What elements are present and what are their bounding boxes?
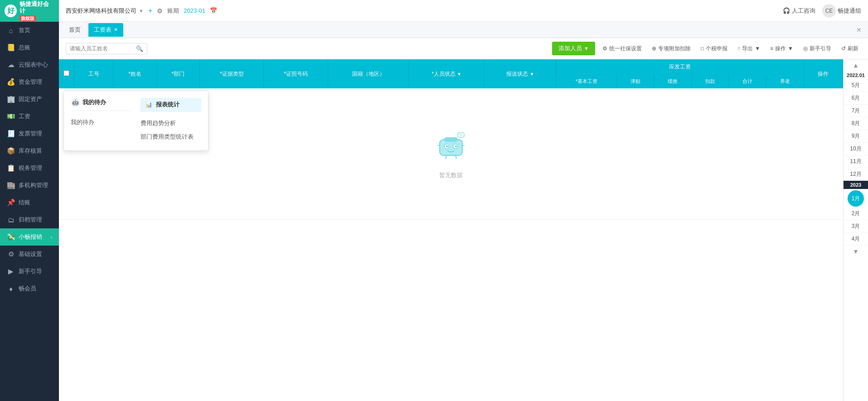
search-box[interactable]: 🔍 — [66, 43, 147, 54]
cal-month-10[interactable]: 10月 — [844, 143, 868, 155]
dropdown-dept-expense-item[interactable]: 部门费用类型统计表 — [141, 130, 201, 144]
select-all-checkbox[interactable] — [63, 70, 69, 76]
social-insurance-btn[interactable]: ⚙ 统一社保设置 — [600, 43, 645, 54]
guide-btn[interactable]: ◎ 新手引导 — [800, 43, 834, 54]
member-icon: ♦ — [7, 285, 15, 293]
tab-salary[interactable]: 工资表 ✕ — [88, 23, 123, 37]
fund-icon: 💰 — [7, 78, 15, 86]
ledger-icon: 📒 — [7, 43, 15, 52]
th-bonus: 绩效 — [654, 74, 692, 88]
period-label: 账期 — [167, 7, 179, 15]
cal-year-2022: 2022.01 — [844, 71, 868, 79]
svg-point-4 — [446, 145, 448, 147]
period-value[interactable]: 2023-01 — [184, 7, 205, 14]
cal-month-11[interactable]: 11月 — [844, 155, 868, 168]
empty-state-icon: ?! — [433, 128, 469, 164]
tax-icon: 📋 — [7, 164, 15, 172]
header-actions: 🎧 人工咨询 CE 畅捷通组 — [783, 4, 861, 18]
cal-month-2023-2[interactable]: 2月 — [844, 208, 868, 220]
sidebar-item-invoice[interactable]: 🧾 发票管理 — [0, 125, 59, 142]
dropdown-col-my-todos: 🤖 我的待办 我的待办 — [71, 98, 131, 144]
avatar: CE — [822, 4, 836, 18]
sidebar-item-inventory[interactable]: 📦 库存核算 — [0, 142, 59, 159]
sidebar-item-archive[interactable]: 🗂 归档管理 — [0, 211, 59, 228]
cal-nav-up[interactable]: ▲ — [844, 59, 868, 71]
dropdown-col2-title[interactable]: 📊 报表统计 — [141, 98, 201, 112]
cal-year-2023: 2023 — [844, 181, 868, 189]
export-icon: ↑ — [737, 45, 740, 52]
svg-rect-1 — [444, 137, 458, 142]
close-area: ✕ — [854, 25, 863, 34]
cal-nav-down[interactable]: ▼ — [844, 246, 868, 257]
svg-rect-0 — [440, 140, 462, 155]
user-profile[interactable]: CE 畅捷通组 — [822, 4, 861, 18]
settings-icon: ⚙ — [7, 250, 15, 258]
sidebar-item-basic-settings[interactable]: ⚙ 基础设置 — [0, 246, 59, 263]
sidebar-item-home[interactable]: ⌂ 首页 — [0, 22, 59, 39]
guide-icon: ◎ — [803, 45, 808, 52]
sidebar-item-general-ledger[interactable]: 📒 总账 — [0, 39, 59, 56]
sidebar-item-member[interactable]: ♦ 畅会员 — [0, 280, 59, 297]
sidebar-item-fund[interactable]: 💰 资金管理 — [0, 73, 59, 91]
add-person-btn[interactable]: 添加人员 ▼ — [552, 42, 595, 55]
th-id-type: *证据类型 — [200, 59, 264, 88]
th-total: 合计 — [729, 74, 766, 88]
tax-report-btn[interactable]: □ 个税申报 — [698, 43, 730, 54]
todo-icon: 🤖 — [71, 98, 80, 107]
svg-line-8 — [446, 155, 446, 159]
calendar-icon[interactable]: 📅 — [210, 7, 217, 14]
company-selector[interactable]: 西安虾米网络科技有限公司 ▼ — [66, 7, 144, 15]
refresh-btn[interactable]: ↺ 刷新 — [839, 43, 861, 54]
cal-month-6[interactable]: 6月 — [844, 92, 868, 105]
top-header: 西安虾米网络科技有限公司 ▼ + ⚙ 账期 2023-01 📅 🎧 人工咨询 C… — [59, 0, 868, 22]
service-btn[interactable]: 🎧 人工咨询 — [783, 7, 815, 15]
filter-icon[interactable]: ▼ — [457, 72, 461, 77]
sidebar-item-fixed-assets[interactable]: 🏢 固定资产 — [0, 91, 59, 108]
sidebar-item-cloud-report[interactable]: ☁ 云报表中心 — [0, 56, 59, 73]
th-number: 工号 — [74, 59, 113, 88]
th-name: *姓名 — [113, 59, 156, 88]
cal-month-7[interactable]: 7月 — [844, 105, 868, 117]
sidebar-item-salary[interactable]: 💵 工资 — [0, 108, 59, 125]
tab-close-icon[interactable]: ✕ — [114, 27, 118, 33]
export-dropdown-icon: ▼ — [755, 45, 760, 52]
archive-icon: 🗂 — [7, 216, 15, 224]
company-name: 西安虾米网络科技有限公司 — [66, 7, 136, 15]
search-input[interactable] — [70, 45, 134, 52]
sidebar-item-new-guide[interactable]: ▶ 新手引导 — [0, 263, 59, 280]
special-deduction-btn[interactable]: ⊕ 专项附加扣除 — [649, 43, 693, 54]
th-checkbox[interactable] — [59, 59, 74, 88]
calendar-panel: ▲ 2022.01 5月 6月 7月 8月 9月 10月 11月 12月 202… — [843, 59, 868, 401]
sidebar-item-multi-org[interactable]: 🏬 多机构管理 — [0, 177, 59, 194]
cal-month-2023-4[interactable]: 4月 — [844, 233, 868, 246]
cal-month-2023-3[interactable]: 3月 — [844, 220, 868, 233]
settings-btn[interactable]: ⚙ — [157, 7, 163, 14]
tab-salary-label: 工资表 — [94, 26, 112, 34]
dropdown-cols: 🤖 我的待办 我的待办 📊 报表统计 费用趋势分析 部门费用类型统计表 — [71, 98, 201, 144]
toolbar-right: 添加人员 ▼ ⚙ 统一社保设置 ⊕ 专项附加扣除 □ 个税申报 ↑ 导出 ▼ ≡ — [552, 42, 861, 55]
dropdown-expense-trend-item[interactable]: 费用趋势分析 — [141, 116, 201, 130]
main-area: 西安虾米网络科技有限公司 ▼ + ⚙ 账期 2023-01 📅 🎧 人工咨询 C… — [59, 0, 868, 401]
sidebar-item-tax[interactable]: 📋 税务管理 — [0, 159, 59, 177]
cal-month-8[interactable]: 8月 — [844, 117, 868, 130]
cal-month-12[interactable]: 12月 — [844, 168, 868, 181]
operations-btn[interactable]: ≡ 操作 ▼ — [767, 43, 796, 54]
chevron-down-icon: ▼ — [139, 8, 144, 14]
sidebar-item-close[interactable]: 📌 结账 — [0, 194, 59, 211]
cal-month-2023-1[interactable]: 1月 — [848, 190, 864, 207]
th-send-status[interactable]: 报送状态 ▼ — [485, 59, 557, 88]
operations-icon: ≡ — [770, 45, 773, 52]
export-btn[interactable]: ↑ 导出 ▼ — [735, 43, 763, 54]
send-filter-icon[interactable]: ▼ — [529, 72, 534, 77]
dropdown-my-todos-item[interactable]: 我的待办 — [71, 116, 131, 129]
chart-icon: 📊 — [144, 100, 153, 109]
close-window-btn[interactable]: ✕ — [854, 25, 863, 34]
cal-month-5[interactable]: 5月 — [844, 79, 868, 92]
add-company-btn[interactable]: + — [148, 7, 152, 15]
assets-icon: 🏢 — [7, 95, 15, 103]
cal-month-9[interactable]: 9月 — [844, 130, 868, 143]
th-person-status[interactable]: *人员状态 ▼ — [409, 59, 485, 88]
tab-home[interactable]: 首页 — [63, 23, 86, 37]
sidebar-item-xiaochang[interactable]: 💸 小畅报销 ‹ — [0, 228, 59, 246]
invoice-icon: 🧾 — [7, 130, 15, 138]
